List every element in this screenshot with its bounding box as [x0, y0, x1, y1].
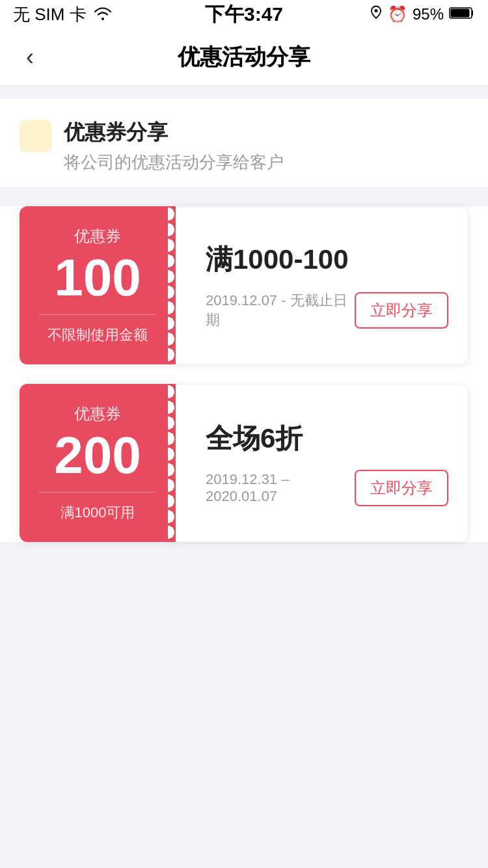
coupon-right-1: 满1000-100 2019.12.07 - 无截止日期 立即分享	[176, 206, 468, 364]
share-button-1[interactable]: 立即分享	[355, 292, 448, 329]
back-button[interactable]: ‹	[20, 37, 40, 77]
battery-icon	[449, 5, 475, 23]
wifi-icon	[93, 5, 113, 25]
section-header: 🎫 优惠券分享 将公司的优惠活动分享给客户	[0, 99, 488, 187]
svg-rect-2	[451, 9, 470, 18]
coupon-item: 优惠券 100 不限制使用金额 满1000-100 2019.12.07 - 无…	[20, 206, 468, 364]
coupon-type-label-2: 优惠券	[74, 403, 121, 424]
page-title: 优惠活动分享	[178, 42, 310, 72]
coupon-condition-1: 不限制使用金额	[47, 325, 148, 345]
coupon-date-2: 2019.12.31 – 2020.01.07	[206, 471, 355, 505]
status-left: 无 SIM 卡	[13, 3, 113, 26]
coupon-condition-2: 满1000可用	[61, 503, 135, 522]
status-bar: 无 SIM 卡 下午3:47 ⏰ 95%	[0, 0, 488, 29]
alarm-icon: ⏰	[388, 5, 407, 23]
bottom-space	[0, 562, 488, 868]
coupon-date-1: 2019.12.07 - 无截止日期	[206, 291, 355, 330]
coupon-list: 优惠券 100 不限制使用金额 满1000-100 2019.12.07 - 无…	[0, 206, 488, 542]
coupon-bottom-row-2: 2019.12.31 – 2020.01.07 立即分享	[206, 470, 448, 506]
battery-text: 95%	[413, 5, 444, 23]
svg-point-0	[374, 9, 377, 12]
share-button-2[interactable]: 立即分享	[355, 470, 448, 506]
coupon-left-1: 优惠券 100 不限制使用金额	[20, 206, 176, 364]
coupon-name-1: 满1000-100	[206, 241, 448, 278]
coupon-section-icon: 🎫	[20, 120, 52, 152]
nav-bar: ‹ 优惠活动分享	[0, 29, 488, 86]
coupon-right-2: 全场6折 2019.12.31 – 2020.01.07 立即分享	[176, 384, 468, 542]
coupon-divider-2	[39, 492, 156, 493]
carrier-text: 无 SIM 卡	[13, 3, 87, 26]
section-subtitle: 将公司的优惠活动分享给客户	[64, 151, 284, 174]
coupon-left-2: 优惠券 200 满1000可用	[20, 384, 176, 542]
svg-rect-3	[20, 120, 52, 152]
coupon-name-2: 全场6折	[206, 420, 448, 457]
coupon-divider-1	[39, 314, 156, 315]
section-text: 优惠券分享 将公司的优惠活动分享给客户	[64, 118, 284, 174]
coupon-amount-1: 100	[54, 252, 141, 304]
coupon-amount-2: 200	[54, 429, 141, 481]
coupon-item-2: 优惠券 200 满1000可用 全场6折 2019.12.31 – 2020.0…	[20, 384, 468, 542]
location-icon	[370, 5, 383, 23]
section-title: 优惠券分享	[64, 118, 284, 147]
status-right: ⏰ 95%	[370, 5, 475, 23]
status-time: 下午3:47	[205, 1, 283, 28]
coupon-bottom-row-1: 2019.12.07 - 无截止日期 立即分享	[206, 291, 448, 330]
coupon-type-label-1: 优惠券	[74, 226, 121, 247]
